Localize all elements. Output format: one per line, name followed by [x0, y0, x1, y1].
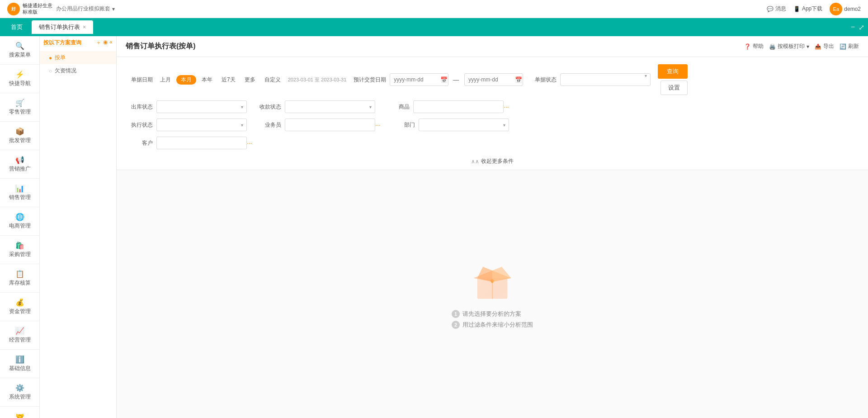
sidebar-item-finance-mgmt[interactable]: 💰 资金管理 [0, 293, 39, 321]
sidebar-item-enterprise-collab[interactable]: 🤝 企业协同 [0, 407, 39, 418]
exec-status-label: 执行状态 [126, 121, 153, 129]
message-button[interactable]: 💬 消息 [767, 5, 786, 13]
svg-marker-3 [492, 267, 511, 282]
customer-ellipsis-icon[interactable]: ··· [247, 139, 252, 147]
topbar-right: 💬 消息 📱 App下载 Ea demo2 [767, 3, 861, 15]
empty-state: ★ 1 请先选择要分析的方案 2 用过滤条件来缩小分析范围 [452, 259, 533, 329]
empty-hints: 1 请先选择要分析的方案 2 用过滤条件来缩小分析范围 [452, 310, 533, 329]
forecast-date-end-input[interactable] [464, 73, 523, 86]
customer-input[interactable] [156, 137, 247, 149]
user-profile[interactable]: Ea demo2 [830, 3, 861, 15]
settings-scheme-icon[interactable]: ◉ [103, 39, 108, 47]
period-bar: 上月 本月 本年 近7天 更多 自定义 [156, 75, 284, 85]
scheme-group: ● 按单 ○ 欠资情况 [40, 49, 116, 79]
dept-input[interactable] [419, 119, 509, 131]
sidebar-item-system-mgmt[interactable]: ⚙️ 系统管理 [0, 378, 39, 407]
sidebar-item-marketing[interactable]: 📢 营销推广 [0, 150, 39, 179]
period-btn-近7天[interactable]: 近7天 [218, 75, 239, 85]
salesperson-label: 业务员 [254, 121, 281, 129]
sidebar-item-basic-info[interactable]: ℹ️ 基础信息 [0, 350, 39, 378]
sidebar-item-search-menu[interactable]: 🔍 搜索菜单 [0, 36, 39, 65]
period-btn-更多[interactable]: 更多 [241, 75, 259, 85]
sidebar-item-quick-nav[interactable]: ⚡ 快捷导航 [0, 65, 39, 93]
search-row-1: 单据日期 上月 本月 本年 近7天 更多 自定义 2023-03-01 至 20… [126, 64, 859, 95]
empty-hint-2: 2 用过滤条件来缩小分析范围 [452, 321, 533, 329]
help-button[interactable]: ❓ 帮助 [744, 43, 764, 50]
basic-info-icon: ℹ️ [2, 355, 38, 364]
page-header: 销售订单执行表(按单) ❓ 帮助 🖨️ 按模板打印 ▾ 📤 导出 🔄 刷新 [117, 36, 868, 57]
scheme-label: 按以下方案查询 [43, 39, 81, 47]
sidebar-item-wholesale-mgmt[interactable]: 📦 批发管理 [0, 122, 39, 150]
retail-mgmt-icon: 🛒 [2, 99, 38, 107]
export-button[interactable]: 📤 导出 [815, 43, 834, 50]
empty-hint-1: 1 请先选择要分析的方案 [452, 310, 533, 318]
sidebar-item-ecommerce-mgmt[interactable]: 🌐 电商管理 [0, 207, 39, 236]
out-status-label: 出库状态 [126, 103, 153, 111]
date-separator: — [451, 76, 461, 83]
finance-mgmt-icon: 💰 [2, 298, 38, 307]
sidebar-item-retail-mgmt[interactable]: 🛒 零售管理 [0, 93, 39, 122]
period-btn-上月[interactable]: 上月 [156, 75, 175, 85]
product-label: 商品 [382, 103, 410, 111]
customer-select-wrap: ··· [156, 137, 252, 149]
hint-num-1: 1 [452, 310, 460, 318]
forecast-date-label: 预计交货日期 [354, 76, 386, 84]
period-btn-本年[interactable]: 本年 [198, 75, 216, 85]
avatar: Ea [830, 3, 842, 15]
search-row-2: 出库状态 ▾ 收款状态 ▾ 商品 [126, 100, 859, 113]
scheme-item-欠资情况[interactable]: ○ 欠资情况 [40, 64, 116, 77]
app-download-icon: 📱 [793, 6, 800, 12]
ecommerce-mgmt-icon: 🌐 [2, 213, 38, 221]
main-layout: 🔍 搜索菜单 ⚡ 快捷导航 🛒 零售管理 📦 批发管理 📢 营销推广 📊 销售管… [0, 36, 868, 418]
print-button[interactable]: 🖨️ 按模板打印 ▾ [769, 43, 809, 50]
product-ellipsis-icon[interactable]: ··· [504, 103, 509, 110]
purchase-mgmt-icon: 🛍️ [2, 241, 38, 250]
tab-sales-order-exec[interactable]: 销售订单执行表 × [32, 20, 93, 34]
collapse-panel-icon[interactable]: « [109, 39, 113, 47]
salesperson-select-wrap: ··· [285, 119, 381, 131]
empty-illustration: ★ [470, 259, 515, 304]
add-scheme-icon[interactable]: ＋ [96, 39, 101, 47]
forecast-date-field: 预计交货日期 📅 — 📅 [354, 73, 522, 86]
left-panel: 按以下方案查询 ＋ ◉ « ● 按单 ○ 欠资情况 [40, 36, 117, 418]
query-button[interactable]: 查询 [658, 64, 688, 79]
settings-button[interactable]: 设置 [660, 81, 688, 95]
inventory-check-icon: 📋 [2, 270, 38, 278]
sidebar-item-inventory-check[interactable]: 📋 库存核算 [0, 264, 39, 293]
sidebar-item-ops-mgmt[interactable]: 📈 经营管理 [0, 321, 39, 350]
sidebar-item-sales-mgmt[interactable]: 📊 销售管理 [0, 179, 39, 207]
tab-maximize-icon[interactable]: ⤢ [859, 23, 864, 32]
collapse-button[interactable]: ∧∧ 收起更多条件 [126, 155, 859, 170]
product-field: 商品 ··· [382, 100, 509, 113]
date-label: 单据日期 [126, 76, 153, 84]
receipt-status-input[interactable] [285, 100, 375, 113]
salesperson-input[interactable] [285, 119, 375, 131]
app-download-label: App下载 [802, 5, 822, 13]
topbar-left: 好 畅捷通好生意 标准版 办公用品行业模拟账套 ▾ [7, 3, 115, 15]
date-range-label: 2023-03-01 至 2023-03-31 [288, 76, 347, 83]
scheme-item-按单[interactable]: ● 按单 [40, 51, 116, 64]
doc-status-input[interactable] [560, 73, 651, 86]
action-buttons: 查询 设置 [658, 64, 688, 95]
period-btn-自定义[interactable]: 自定义 [261, 75, 284, 85]
period-btn-本月[interactable]: 本月 [176, 75, 196, 85]
tab-home[interactable]: 首页 [4, 20, 30, 34]
out-status-input[interactable] [156, 100, 247, 113]
forecast-date-start-wrap: 📅 [390, 73, 448, 86]
salesperson-ellipsis-icon[interactable]: ··· [375, 121, 381, 128]
app-download-button[interactable]: 📱 App下载 [793, 5, 822, 13]
breadcrumb-chevron-icon[interactable]: ▾ [112, 6, 115, 12]
quick-nav-icon: ⚡ [2, 70, 38, 79]
forecast-date-start-input[interactable] [390, 73, 448, 86]
product-input[interactable] [413, 100, 504, 113]
tab-close-icon[interactable]: × [83, 24, 86, 30]
exec-status-input[interactable] [156, 119, 247, 131]
search-row-3: 执行状态 ▾ 业务员 ··· 部门 [126, 119, 859, 131]
left-panel-scheme-section[interactable]: 按以下方案查询 ＋ ◉ « [40, 36, 116, 49]
topbar: 好 畅捷通好生意 标准版 办公用品行业模拟账套 ▾ 💬 消息 📱 App下载 E… [0, 0, 868, 18]
sales-mgmt-icon: 📊 [2, 184, 38, 193]
receipt-status-select-wrap: ▾ [285, 100, 375, 113]
tab-minimize-icon[interactable]: − [851, 23, 855, 32]
refresh-button[interactable]: 🔄 刷新 [840, 43, 859, 50]
sidebar-item-purchase-mgmt[interactable]: 🛍️ 采购管理 [0, 236, 39, 264]
